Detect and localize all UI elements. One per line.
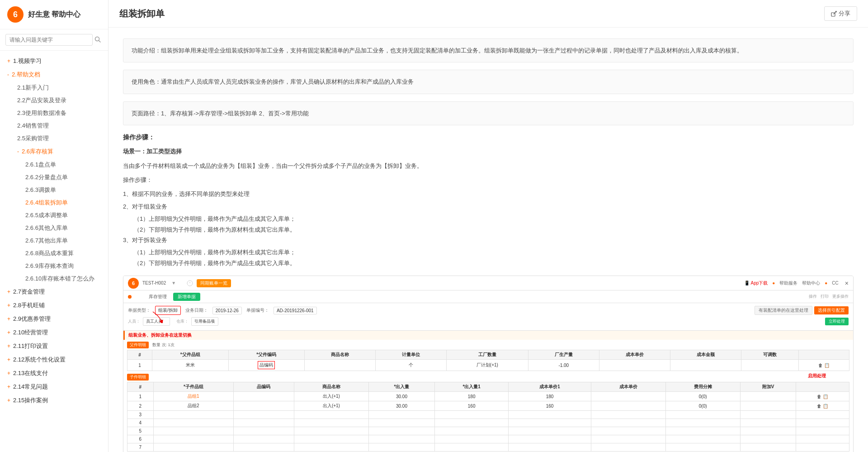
sidebar-item-2-2[interactable]: 2.2产品安装及登录 bbox=[0, 94, 108, 107]
plus-icon: + bbox=[7, 58, 10, 64]
sidebar-item-2-6-3[interactable]: 2.6.3调拨单 bbox=[0, 184, 108, 196]
plus-icon-2-15: + bbox=[7, 397, 10, 404]
app-topbar-icons: 📱 App下载 ● 帮助服务 帮助中心 ● CC × bbox=[744, 280, 849, 287]
th-plan-qty: 工厂数量 bbox=[446, 350, 528, 360]
sidebar-item-2-11[interactable]: + 2.11打印设置 bbox=[0, 339, 108, 353]
sidebar-item-2[interactable]: - 2.帮助文档 bbox=[0, 68, 108, 81]
step-2-2: （2）下部明细为子件明细，最终作为原材料生成其它出库单。 bbox=[134, 224, 854, 235]
th-avail: 可调数 bbox=[741, 350, 798, 360]
form-warehouse: 引用备品项 bbox=[191, 317, 218, 326]
sidebar-item-2-13[interactable]: + 2.13在线支付 bbox=[0, 366, 108, 380]
sidebar-item-2-6-1[interactable]: 2.6.1盘点单 bbox=[0, 158, 108, 171]
step-3-1: （1）上部明细为父件明细，最终作为原材料生成其它出库单； bbox=[134, 247, 854, 257]
plus-icon-2-11: + bbox=[7, 343, 10, 349]
sidebar-item-2-10[interactable]: + 2.10经营管理 bbox=[0, 326, 108, 339]
th-unit: 计量单位 bbox=[376, 350, 447, 360]
step-list: 1、根据不同的业务，选择不同单据的类型来处理 2、对于组装业务 （1）上部明细为… bbox=[123, 189, 854, 268]
app-nav: 库存管理 新增单据 操作 打印 更多操作 bbox=[123, 290, 853, 303]
step-3-2: （2）下部明细为子件明细，最终作为产成品生成其它入库单。 bbox=[134, 258, 854, 268]
plus-icon-2-13: + bbox=[7, 370, 10, 376]
table-row: 1 米米 品编码 个 厂计划(+1) -1.00 🗑 📋 bbox=[127, 360, 849, 371]
plus-icon-2-10: + bbox=[7, 329, 10, 336]
role-block: 使用角色：通常由生产人员或库管人员完成拆装业务的操作，库管人员确认原材料的出库和… bbox=[123, 70, 854, 94]
logo-icon: 6 bbox=[7, 6, 24, 23]
sidebar-item-2-6-2[interactable]: 2.6.2分量盘点单 bbox=[0, 171, 108, 184]
sidebar-item-2-6-9[interactable]: 2.6.9库存账本查询 bbox=[0, 260, 108, 272]
app-nav-tab-1[interactable]: 库存管理 bbox=[144, 293, 171, 301]
sidebar-item-2-6-7[interactable]: 2.6.7其他出库单 bbox=[0, 234, 108, 247]
annotation-type-text: 组装业务、拆卸业务在这里切换 bbox=[123, 331, 853, 340]
scenario-1-desc: 当由多个子件材料组装成一个成品的业务为【组装】业务，当由一个父件拆分成多个子产品… bbox=[123, 161, 854, 171]
app-brand-icon: 6 bbox=[128, 278, 139, 289]
sidebar-item-2-1[interactable]: 2.1新手入门 bbox=[0, 81, 108, 94]
search-input[interactable] bbox=[5, 34, 93, 46]
plus-icon-2-14: + bbox=[7, 384, 10, 390]
sidebar-item-2-9[interactable]: + 2.9优惠券管理 bbox=[0, 312, 108, 326]
app-topbar-btn[interactable]: 同期账单一览 bbox=[197, 279, 231, 287]
search-button[interactable] bbox=[93, 34, 103, 46]
th-no: # bbox=[127, 350, 152, 360]
sidebar-item-2-12[interactable]: + 2.12系统个性化设置 bbox=[0, 353, 108, 366]
table-row: 1 品组1 出入(+1) 30.00 180 180 0(0) 🗑 📋 bbox=[127, 392, 849, 401]
screenshot-container: 6 TEST-H002 ▼ 同期账单一览 📱 App下载 ● 帮助服务 帮助中心… bbox=[123, 276, 854, 452]
steps-label: 操作步骤： bbox=[123, 175, 854, 185]
table-row-empty: 5 bbox=[127, 427, 849, 435]
upper-section-label: 父件明细 bbox=[127, 342, 149, 348]
share-button[interactable]: 分享 bbox=[824, 6, 857, 21]
sidebar-item-2-6-5[interactable]: 2.6.5成本调整单 bbox=[0, 209, 108, 222]
sidebar-item-2-5[interactable]: 2.5采购管理 bbox=[0, 132, 108, 145]
annotation-type-area bbox=[151, 309, 164, 323]
table-row-empty: 6 bbox=[127, 435, 849, 443]
th-actual-qty: 厂生产量 bbox=[528, 350, 599, 360]
nav-tree: + 1.视频学习 - 2.帮助文档 2.1新手入门 2.2产品安装及登录 2.3… bbox=[0, 51, 108, 452]
intro-block: 功能介绍：组装拆卸单用来处理企业组装或拆卸等加工业务，支持有固定装配清单的产品加… bbox=[123, 38, 854, 62]
step-2: 2、对于组装业务 bbox=[123, 201, 854, 212]
plus-icon-2-7: + bbox=[7, 289, 10, 295]
app-topbar: 6 TEST-H002 ▼ 同期账单一览 📱 App下载 ● 帮助服务 帮助中心… bbox=[123, 276, 853, 290]
sidebar-item-2-4[interactable]: 2.4销售管理 bbox=[0, 119, 108, 132]
logo-text: 好生意 帮助中心 bbox=[28, 10, 80, 19]
sidebar: 6 好生意 帮助中心 + 1.视频学习 - 2.帮助文档 2.1新手入门 bbox=[0, 0, 108, 452]
app-screenshot: 6 TEST-H002 ▼ 同期账单一览 📱 App下载 ● 帮助服务 帮助中心… bbox=[123, 276, 853, 452]
sidebar-item-1[interactable]: + 1.视频学习 bbox=[0, 54, 108, 68]
select-config-btn[interactable]: 选择所引配置 bbox=[814, 306, 849, 314]
upper-qty-label: 数量 次: 1次 bbox=[152, 342, 175, 348]
page-title: 组装拆卸单 bbox=[119, 8, 165, 20]
table-row-empty: 4 bbox=[127, 419, 849, 427]
sidebar-item-2-6-8[interactable]: 2.6.8商品成本重算 bbox=[0, 247, 108, 260]
search-bar bbox=[0, 29, 108, 51]
form-date-value: 2019-12-26 bbox=[212, 307, 242, 314]
sidebar-item-2-8[interactable]: + 2.8手机旺铺 bbox=[0, 299, 108, 312]
table-row-empty: 3 bbox=[127, 411, 849, 419]
lower-table-area: 子件明细 启用处理 # *子件品组 品编码 商品名称 *出入量 * bbox=[123, 372, 853, 452]
steps-title: 操作步骤： bbox=[123, 133, 854, 142]
app-nav-tab-2[interactable]: 新增单据 bbox=[173, 293, 200, 301]
form-number-value: AD-20191226-001 bbox=[274, 307, 317, 314]
app-form-area: 单据类型： 组装/拆卸 业务日期： 2019-12-26 单据编号： AD-20… bbox=[123, 303, 853, 331]
scenario-1-title: 场景一：加工类型选择 bbox=[123, 146, 854, 157]
sidebar-item-2-6[interactable]: - 2.6库存核算 bbox=[0, 145, 108, 158]
plus-icon-2-12: + bbox=[7, 357, 10, 363]
content-area: 功能介绍：组装拆卸单用来处理企业组装或拆卸等加工业务，支持有固定装配清单的产品加… bbox=[108, 28, 868, 452]
confirm-btn[interactable]: 立即处理 bbox=[825, 318, 849, 325]
sidebar-item-2-6-4[interactable]: 2.6.4组装拆卸单 bbox=[0, 196, 108, 209]
sidebar-item-2-6-6[interactable]: 2.6.6其他入库单 bbox=[0, 222, 108, 234]
step-3: 3、对于拆装业务 bbox=[123, 235, 854, 245]
plus-icon-2-9: + bbox=[7, 316, 10, 322]
sidebar-item-2-15[interactable]: + 2.15操作案例 bbox=[0, 394, 108, 407]
sidebar-item-2-6-10[interactable]: 2.6.10库存账本错了怎么办 bbox=[0, 272, 108, 285]
minus-icon: - bbox=[7, 71, 9, 78]
step-1: 1、根据不同的业务，选择不同单据的类型来处理 bbox=[123, 189, 854, 199]
path-block: 页面路径：1、库存核算->库存管理->组装拆卸单 2、首页->常用功能 bbox=[123, 101, 854, 125]
th-op bbox=[799, 350, 849, 360]
th-cost-amount: 成本金额 bbox=[670, 350, 741, 360]
sidebar-item-2-14[interactable]: + 2.14常见问题 bbox=[0, 380, 108, 394]
table-row: 2 品组2 出入(+1) 30.00 160 160 0(0) 🗑 📋 bbox=[127, 401, 849, 411]
sidebar-item-2-7[interactable]: + 2.7资金管理 bbox=[0, 285, 108, 299]
minus-icon-2: - bbox=[17, 148, 19, 155]
sidebar-item-2-3[interactable]: 2.3使用前数据准备 bbox=[0, 107, 108, 119]
th-parent-group: *父件品组 bbox=[152, 350, 228, 360]
th-goods-name: 商品名称 bbox=[305, 350, 376, 360]
lower-section-label: 子件明细 bbox=[127, 374, 149, 381]
upper-table: # *父件品组 *父件编码 商品名称 计量单位 工厂数量 厂生产量 成本单价 成… bbox=[127, 350, 849, 371]
